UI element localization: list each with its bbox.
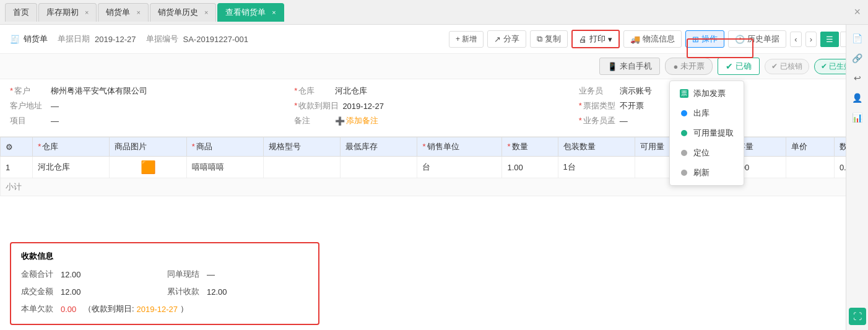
amount-total-item: 金额合计 12.00 [21, 267, 162, 282]
col-warehouse: 仓库 [33, 137, 110, 157]
tab-inventory-init[interactable]: 库存期初 × [38, 3, 97, 22]
window-close-button[interactable]: × [854, 6, 861, 19]
col-qty: 数量 [502, 137, 558, 157]
row-price [786, 157, 834, 178]
col-price: 单价 [786, 137, 834, 157]
next-button[interactable]: › [805, 32, 817, 47]
tab-view-sales[interactable]: 查看销货单 × [217, 3, 284, 22]
invoice-type-label: 票据类型 [579, 100, 616, 111]
tab-sales-history-label: 销货单历史 [158, 7, 198, 18]
list-view-button[interactable]: ☰ [820, 32, 839, 47]
row-min-stock [341, 157, 417, 178]
tab-bar: 首页 库存期初 × 销货单 × 销货单历史 × 查看销货单 × × [0, 0, 868, 25]
add-invoice-label: 添加发票 [693, 88, 726, 99]
history-icon: 🕐 [735, 35, 745, 44]
locate-label: 定位 [693, 147, 710, 158]
tab-sales-order[interactable]: 销货单 × [98, 3, 148, 22]
sidebar-return-button[interactable]: ↩ [849, 69, 866, 87]
due-note [79, 305, 81, 314]
locate-icon [680, 149, 688, 157]
sidebar-link-button[interactable]: 🔗 [849, 50, 866, 67]
customer-field: 客户 柳州粤港平安气体有限公司 [10, 85, 289, 97]
tab-inventory-init-label: 库存期初 [46, 7, 79, 18]
address-label: 客户地址 [10, 100, 47, 111]
row-image: 🟧 [110, 157, 186, 178]
prev-button[interactable]: ‹ [790, 32, 801, 47]
warehouse-field: 仓库 河北仓库 [294, 85, 573, 97]
sidebar-chart-button[interactable]: 📊 [849, 109, 866, 126]
logistics-button[interactable]: 🚚 物流信息 [623, 30, 682, 48]
due-date: 2019-12-27 [137, 305, 178, 314]
doc-type-label: 销货单 [24, 33, 48, 45]
col-unit: 销售单位 [417, 137, 502, 157]
confirm-button[interactable]: ✔ 已确 [718, 58, 760, 75]
tab-sales-history-close[interactable]: × [204, 9, 208, 16]
dropdown-refresh[interactable]: 刷新 [670, 163, 744, 183]
row-spec [263, 157, 340, 178]
add-invoice-icon: 票 [680, 89, 688, 98]
tab-sales-order-label: 销货单 [106, 7, 130, 18]
tab-sales-order-close[interactable]: × [136, 9, 140, 16]
not-open-ticket-button[interactable]: ● 未开票 [665, 58, 713, 75]
dropdown-outbound[interactable]: 出库 [670, 103, 744, 123]
tab-inventory-init-close[interactable]: × [85, 9, 89, 16]
outbound-icon [680, 109, 688, 118]
tab-view-sales-label: 查看销货单 [225, 7, 266, 18]
avail-extract-label: 可用量提取 [693, 128, 734, 139]
payment-date-field: 收款到期日 2019-12-27 [294, 100, 573, 111]
same-order-label: 同单现结 [167, 269, 204, 280]
copy-button[interactable]: ⧉ 复制 [530, 30, 568, 48]
refresh-icon [680, 168, 688, 177]
print-dropdown-icon: ▾ [608, 35, 612, 44]
toolbar-row: 📱 来自手机 ● 未开票 ✔ 已确 ✔ 已核销 ✔ 已生效 [0, 54, 868, 79]
tab-view-sales-close[interactable]: × [272, 9, 276, 16]
add-note-button[interactable]: ➕ 添加备注 [335, 115, 378, 126]
tab-sales-history[interactable]: 销货单历史 × [150, 3, 216, 22]
row-warehouse: 河北仓库 [33, 157, 110, 178]
project-field: 项目 — [10, 115, 289, 126]
due-value: 0.00 [61, 305, 76, 314]
staff2-value: — [620, 116, 628, 126]
sidebar-user-button[interactable]: 👤 [849, 89, 866, 106]
amount-total-label: 金额合计 [21, 269, 58, 280]
row-unit: 台 [417, 157, 502, 178]
sidebar-doc-button[interactable]: 📄 [849, 30, 866, 47]
history-button[interactable]: 🕐 历史单据 [728, 30, 786, 48]
staff2-label: 业务员孟 [579, 115, 616, 126]
copy-icon: ⧉ [537, 34, 542, 44]
deal-amount-item: 成交金额 12.00 [21, 284, 162, 299]
gear-icon[interactable]: ⚙ [6, 142, 13, 152]
col-min-stock: 最低库存 [341, 137, 417, 157]
sales-order-icon: 🧾 [10, 35, 20, 44]
same-order-value: — [207, 270, 215, 279]
project-value: — [51, 116, 59, 126]
col-gear[interactable]: ⚙ [1, 137, 33, 157]
payment-title: 收款信息 [21, 251, 308, 262]
print-button[interactable]: 🖨 打印 ▾ [571, 30, 620, 48]
tab-home[interactable]: 首页 [5, 3, 37, 22]
cancelled-badge[interactable]: ✔ 已核销 [765, 59, 809, 74]
sidebar-expand-button[interactable]: ⛶ [849, 308, 866, 325]
deal-amount-label: 成交金额 [21, 286, 58, 297]
operate-grid-icon: ⊞ [692, 35, 699, 44]
doc-date-group: 单据日期 2019-12-27 [58, 33, 136, 45]
dropdown-add-invoice[interactable]: 票 添加发票 [670, 84, 744, 103]
from-mobile-button[interactable]: 📱 来自手机 [599, 58, 660, 75]
note-field: 备注 ➕ 添加备注 [294, 115, 573, 126]
project-label: 项目 [10, 115, 47, 126]
customer-value: 柳州粤港平安气体有限公司 [51, 85, 147, 97]
operate-button[interactable]: ⊞ 操作 [685, 30, 724, 48]
doc-no-group: 单据编号 SA-20191227-001 [146, 33, 249, 45]
total-receipt-item: 累计收款 12.00 [167, 284, 308, 299]
no-value: SA-20191227-001 [183, 35, 249, 44]
product-image-icon: 🟧 [141, 160, 156, 174]
ticket-icon: ● [673, 62, 678, 71]
date-label: 单据日期 [58, 33, 90, 45]
refresh-label: 刷新 [693, 167, 710, 178]
col-product: 商品 [186, 137, 263, 157]
share-button[interactable]: ↗ 分享 [487, 30, 526, 48]
new-button[interactable]: + 新增 [449, 31, 484, 48]
dropdown-locate[interactable]: 定位 [670, 143, 744, 163]
dropdown-avail-extract[interactable]: 可用量提取 [670, 123, 744, 143]
due-label: 本单欠款 [21, 303, 58, 315]
